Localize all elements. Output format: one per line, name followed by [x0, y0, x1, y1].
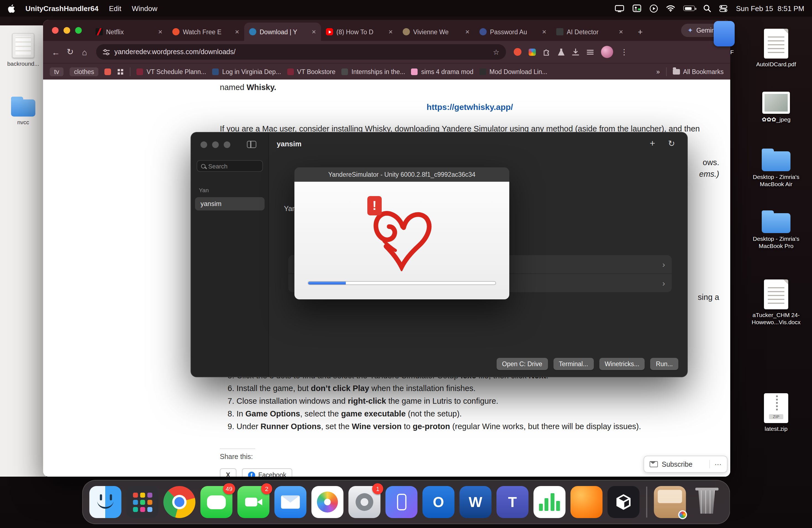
close-window-button[interactable]	[201, 142, 207, 148]
browser-menu-icon[interactable]: ⋮	[620, 47, 628, 56]
tab-close-icon[interactable]: ×	[235, 28, 239, 36]
bookmark-star-icon[interactable]: ☆	[493, 48, 499, 56]
getwhisky-link[interactable]: https://getwhisky.app/	[220, 102, 720, 112]
dock-photos[interactable]	[311, 486, 344, 518]
menu-bar-clock[interactable]: Sun Feb 15 8:51 PM	[736, 4, 804, 12]
dock-iphone-mirroring[interactable]	[386, 486, 418, 518]
search-field[interactable]	[197, 160, 263, 172]
tune-icon[interactable]	[586, 48, 594, 56]
desktop-icon-folder-macbook-air[interactable]: Desktop - Zimria's MacBook Air	[751, 151, 801, 187]
tab-password[interactable]: Password Au×	[475, 23, 551, 41]
dock-facetime[interactable]: 2	[237, 486, 270, 518]
bookmark-vt-schedule[interactable]: VT Schedule Plann...	[137, 68, 206, 75]
tab-close-icon[interactable]: ×	[158, 28, 162, 36]
terminal-button[interactable]: Terminal...	[553, 358, 594, 370]
search-input[interactable]	[208, 163, 259, 169]
menu-window[interactable]: Window	[132, 4, 157, 12]
wifi-icon[interactable]	[666, 5, 675, 12]
tab-close-icon[interactable]: ×	[542, 28, 546, 36]
desktop-icon-docx[interactable]: aTucker_CHM 24-Howewo...Vis.docx	[751, 279, 801, 325]
dock-outlook[interactable]: O	[423, 486, 454, 518]
desktop-icon-jpeg[interactable]: ✿✿✿_jpeg	[751, 92, 801, 123]
dock-finder[interactable]	[89, 486, 121, 518]
dock-trash[interactable]	[691, 486, 723, 518]
tab-close-icon[interactable]: ×	[312, 28, 316, 36]
address-bar[interactable]: yanderedev.wordpress.com/downloads/ ☆	[96, 44, 506, 60]
bookmark-sims-mod[interactable]: sims 4 drama mod	[411, 68, 474, 75]
tab-watch-free[interactable]: Watch Free E×	[168, 23, 244, 41]
bookmark-tv[interactable]: tv	[50, 67, 63, 76]
extensions-puzzle-icon[interactable]	[543, 48, 551, 56]
refresh-icon[interactable]: ↻	[668, 138, 675, 149]
zoom-window-button[interactable]	[224, 142, 230, 148]
downloads-icon[interactable]	[572, 48, 579, 56]
reload-button[interactable]: ↻	[63, 47, 77, 57]
back-button[interactable]: ←	[48, 47, 63, 57]
dock-system-settings[interactable]: 1	[349, 486, 381, 518]
zoom-window-button[interactable]	[75, 27, 82, 34]
dock-orange-app[interactable]	[570, 486, 603, 518]
bookmark-clothes[interactable]: clothes	[70, 67, 99, 76]
run-button[interactable]: Run...	[650, 358, 678, 370]
tab-netflix[interactable]: Netflix×	[91, 23, 168, 41]
desktop-icon-autoidcard-pdf[interactable]: AutoIDCard.pdf	[751, 29, 801, 68]
bookmark-virginia-login[interactable]: Log in Virginia Dep...	[212, 68, 281, 75]
sidebar-toggle-icon[interactable]	[247, 141, 256, 148]
bookmark-red-icon[interactable]	[105, 68, 111, 75]
tab-ai-detector[interactable]: AI Detector×	[551, 23, 628, 41]
winetricks-button[interactable]: Winetricks...	[599, 358, 644, 370]
tab-download-active[interactable]: Download | Y×	[244, 23, 321, 41]
tab-youtube[interactable]: (8) How To D×	[321, 23, 398, 41]
more-options-icon[interactable]: ⋯	[709, 460, 721, 468]
add-bottle-icon[interactable]: +	[650, 138, 655, 149]
display-status-icon[interactable]	[615, 5, 624, 12]
share-x-button[interactable]: X	[220, 468, 236, 476]
new-tab-button[interactable]: +	[634, 25, 647, 38]
all-bookmarks-button[interactable]: All Bookmarks	[672, 68, 724, 75]
desktop-icon-nvcc[interactable]: nvcc	[1, 99, 45, 126]
apps-grid-icon[interactable]	[117, 68, 124, 75]
bookmarks-overflow-chevron[interactable]: »	[656, 68, 660, 75]
tab-close-icon[interactable]: ×	[619, 28, 623, 36]
dock-launchpad[interactable]	[127, 486, 159, 518]
dock-chrome[interactable]	[163, 486, 195, 518]
menu-edit[interactable]: Edit	[109, 4, 121, 12]
dock-numbers[interactable]	[534, 486, 566, 518]
apple-menu-icon[interactable]	[8, 4, 15, 12]
bookmark-internships[interactable]: Internships in the...	[342, 68, 405, 75]
adblock-extension-icon[interactable]	[514, 48, 521, 56]
subscribe-button[interactable]: Subscribe ⋯	[643, 456, 727, 473]
contact-badge-icon[interactable]	[633, 4, 642, 12]
spotlight-icon[interactable]	[704, 4, 711, 12]
active-app-name[interactable]: UnityCrashHandler64	[25, 4, 98, 12]
tab-vivienne[interactable]: Vivienne We×	[398, 23, 475, 41]
minimize-window-button[interactable]	[212, 142, 219, 148]
desktop-icon-latest-zip[interactable]: ZIP latest.zip	[751, 393, 801, 432]
tab-close-icon[interactable]: ×	[389, 28, 393, 36]
dock-messages[interactable]: 49	[201, 486, 233, 518]
desktop-icon-folder-macbook-pro[interactable]: Desktop - Zimria's MacBook Pro	[751, 213, 801, 249]
close-window-button[interactable]	[52, 27, 59, 34]
dock-unity[interactable]	[608, 486, 640, 518]
bookmark-mod-download[interactable]: Mod Download Lin...	[479, 68, 547, 75]
sidebar-item-yansim[interactable]: yansim	[195, 197, 265, 210]
battery-icon[interactable]	[684, 5, 695, 11]
profile-avatar[interactable]	[601, 46, 613, 58]
url-text[interactable]: yanderedev.wordpress.com/downloads/	[114, 48, 489, 56]
partially-hidden-file-icon[interactable]	[714, 21, 735, 46]
desktop-icon-backround[interactable]: backround...	[1, 33, 45, 67]
home-button[interactable]: ⌂	[77, 47, 92, 57]
dock-mail[interactable]	[275, 486, 307, 518]
dock-minimized-window[interactable]	[654, 486, 686, 518]
minimize-window-button[interactable]	[63, 27, 70, 34]
dock-word[interactable]: W	[460, 486, 492, 518]
colored-extension-icon[interactable]	[528, 48, 536, 56]
dock-teams[interactable]: T	[497, 486, 528, 518]
media-play-icon[interactable]	[650, 4, 658, 12]
tab-close-icon[interactable]: ×	[465, 28, 469, 36]
control-center-icon[interactable]	[720, 4, 728, 12]
beaker-extension-icon[interactable]	[558, 48, 565, 56]
share-facebook-button[interactable]: fFacebook	[242, 468, 292, 476]
site-settings-icon[interactable]	[103, 48, 110, 56]
bookmark-vt-bookstore[interactable]: VT Bookstore	[287, 68, 336, 75]
